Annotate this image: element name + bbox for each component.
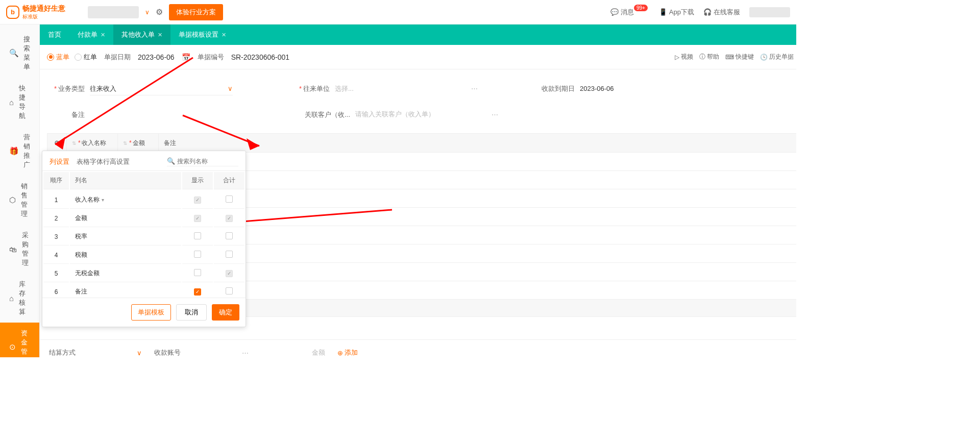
grid-wrap: ⚙ ⇅*收入名称 ⇅*金额 备注 操作 🗑⊕🗑⊕🗑⊕🗑⊕🗑⊕🗑⊕🗑⊕🗑⊕ 小计 … bbox=[40, 133, 796, 324]
popup-row[interactable]: 4税额 bbox=[43, 247, 244, 264]
sidebar-icon: ⌂ bbox=[9, 294, 14, 303]
checkbox[interactable] bbox=[226, 195, 233, 203]
checkbox[interactable] bbox=[226, 232, 233, 239]
logo: b 畅捷通好生意 标准版 bbox=[6, 4, 72, 20]
font-settings-tab[interactable]: 表格字体行高设置 bbox=[77, 157, 130, 166]
popup-row[interactable]: 2金额 bbox=[43, 210, 244, 227]
tabs-bar: 首页 付款单✕其他收入单✕单据模板设置✕ ✕ ⛶ bbox=[40, 24, 796, 45]
party-input[interactable]: 选择... ⋯ bbox=[335, 83, 478, 95]
amount-field[interactable]: 金额 bbox=[261, 348, 325, 357]
checkbox[interactable] bbox=[194, 251, 201, 258]
form-area: 业务类型 往来收入 ∨ 往来单位 选择... ⋯ 收款到期日 bbox=[40, 69, 796, 133]
checkbox[interactable] bbox=[226, 270, 233, 277]
order-header: 顺序 bbox=[43, 172, 69, 189]
close-icon[interactable]: ✕ bbox=[101, 32, 105, 38]
sidebar-item[interactable]: ⌂快捷导航 bbox=[0, 78, 39, 127]
tab[interactable]: 付款单✕ bbox=[69, 24, 113, 45]
column-settings-popup: 列设置 表格字体行高设置 🔍 顺序 列名 显示 合计 1收入名称▾2 bbox=[42, 151, 246, 327]
popup-table: 顺序 列名 显示 合计 bbox=[42, 171, 246, 190]
remark-column-header: 备注 bbox=[159, 134, 796, 152]
more-icon[interactable]: ⋯ bbox=[242, 349, 249, 357]
link-customer-input[interactable]: 请输入关联客户（收入单） ⋯ bbox=[355, 108, 498, 121]
more-icon[interactable]: ⋯ bbox=[492, 111, 498, 118]
sidebar-label: 搜索菜单 bbox=[23, 35, 30, 71]
checkbox[interactable] bbox=[226, 251, 233, 258]
template-button[interactable]: 单据模板 bbox=[131, 304, 171, 321]
sidebar-item[interactable]: 🔍搜索菜单 bbox=[0, 29, 39, 78]
party-label: 往来单位 bbox=[294, 84, 330, 93]
search-input[interactable] bbox=[177, 158, 238, 165]
close-icon[interactable]: ✕ bbox=[158, 32, 162, 38]
link-customer-field: 关联客户（收... 请输入关联客户（收入单） ⋯ bbox=[294, 108, 498, 121]
blue-bill-radio[interactable]: 蓝单 bbox=[47, 53, 69, 62]
app-label: App下载 bbox=[669, 8, 694, 17]
help-link[interactable]: ⓘ 帮助 bbox=[699, 53, 719, 61]
chevron-down-icon[interactable]: ▾ bbox=[102, 197, 104, 203]
headset-icon: 🎧 bbox=[703, 8, 712, 16]
more-icon[interactable]: ⋯ bbox=[471, 85, 478, 92]
checkbox[interactable] bbox=[194, 232, 201, 239]
message-icon: 💬 bbox=[610, 8, 619, 16]
top-header: b 畅捷通好生意 标准版 ∨ ⚙ 体验行业方案 💬 消息 99+ 📱 App下载… bbox=[0, 0, 796, 24]
party-field: 往来单位 选择... ⋯ bbox=[294, 83, 478, 95]
tab[interactable]: 单据模板设置✕ bbox=[170, 24, 234, 45]
company-dropdown-icon[interactable]: ∨ bbox=[145, 9, 150, 16]
red-bill-radio[interactable]: 红单 bbox=[75, 53, 97, 62]
remark-input[interactable] bbox=[90, 113, 233, 116]
column-settings-gear-icon[interactable]: ⚙ bbox=[47, 134, 67, 152]
business-type-input[interactable]: 往来收入 ∨ bbox=[90, 83, 233, 95]
shortcut-link[interactable]: ⌨ 快捷键 bbox=[725, 53, 754, 61]
sidebar-label: 销售管理 bbox=[21, 182, 30, 218]
messages-link[interactable]: 💬 消息 99+ bbox=[610, 8, 650, 17]
popup-row[interactable]: 3税率 bbox=[43, 228, 244, 245]
sidebar-icon: 🔍 bbox=[9, 48, 18, 58]
due-date-input[interactable]: 2023-06-06 bbox=[580, 83, 723, 94]
sidebar-item[interactable]: ⌂库存核算 bbox=[0, 274, 39, 323]
popup-search[interactable]: 🔍 bbox=[167, 156, 238, 166]
history-link[interactable]: 🕓 历史单据 bbox=[760, 53, 794, 61]
add-button[interactable]: ⊕ 添加 bbox=[337, 348, 358, 357]
app-download-link[interactable]: 📱 App下载 bbox=[659, 8, 694, 17]
sidebar-icon: 🛍 bbox=[9, 245, 17, 254]
column-settings-tab[interactable]: 列设置 bbox=[50, 157, 69, 166]
cancel-button[interactable]: 取消 bbox=[176, 304, 207, 321]
settings-gear-icon[interactable]: ⚙ bbox=[156, 7, 163, 17]
footer-row: 结算方式 ∨ 收款账号 ⋯ 金额 ⊕ 添加 bbox=[40, 339, 796, 357]
bill-date-value[interactable]: 2023-06-06 bbox=[138, 53, 175, 61]
chevron-down-icon: ∨ bbox=[228, 85, 233, 92]
chevron-down-icon: ∨ bbox=[137, 349, 142, 357]
sidebar-item[interactable]: ⬡销售管理 bbox=[0, 176, 39, 225]
sidebar-item[interactable]: 🛍采购管理 bbox=[0, 225, 39, 274]
sidebar-item[interactable]: ⊙资金管理 bbox=[0, 323, 39, 357]
close-icon[interactable]: ✕ bbox=[222, 32, 226, 38]
bill-type-radio-group: 蓝单 红单 bbox=[47, 53, 97, 62]
checkbox[interactable] bbox=[194, 215, 201, 222]
confirm-button[interactable]: 确定 bbox=[212, 304, 239, 321]
checkbox[interactable] bbox=[194, 288, 201, 296]
logo-icon: b bbox=[6, 6, 19, 19]
popup-row[interactable]: 6备注 bbox=[43, 283, 244, 298]
amount-column-header[interactable]: ⇅*金额 bbox=[118, 134, 159, 152]
income-name-column-header[interactable]: ⇅*收入名称 bbox=[67, 134, 118, 152]
tab[interactable]: 其他收入单✕ bbox=[113, 24, 170, 45]
checkbox[interactable] bbox=[194, 269, 201, 276]
video-link[interactable]: ▷ 视频 bbox=[675, 53, 693, 61]
checkbox[interactable] bbox=[194, 197, 201, 204]
bill-number-value: SR-20230606-001 bbox=[231, 53, 289, 61]
remark-label: 备注 bbox=[49, 110, 85, 119]
popup-row[interactable]: 5无税金额 bbox=[43, 265, 244, 282]
calendar-icon[interactable]: 📅 bbox=[182, 53, 190, 61]
settle-method-field[interactable]: 结算方式 ∨ bbox=[49, 348, 142, 357]
tab-home[interactable]: 首页 bbox=[40, 24, 69, 45]
sidebar-item[interactable]: 🎁营销推广 bbox=[0, 127, 39, 176]
experience-button[interactable]: 体验行业方案 bbox=[169, 4, 223, 20]
due-date-field: 收款到期日 2023-06-06 📅 bbox=[539, 83, 796, 94]
sidebar-label: 快捷导航 bbox=[19, 84, 30, 120]
checkbox[interactable] bbox=[226, 215, 233, 222]
user-name-redacted[interactable] bbox=[749, 7, 790, 17]
customer-service-link[interactable]: 🎧 在线客服 bbox=[703, 8, 740, 17]
checkbox[interactable] bbox=[226, 287, 233, 294]
receipt-account-field[interactable]: 收款账号 ⋯ bbox=[154, 348, 249, 357]
popup-row[interactable]: 1收入名称▾ bbox=[43, 191, 244, 209]
sidebar-icon: 🎁 bbox=[9, 146, 18, 156]
